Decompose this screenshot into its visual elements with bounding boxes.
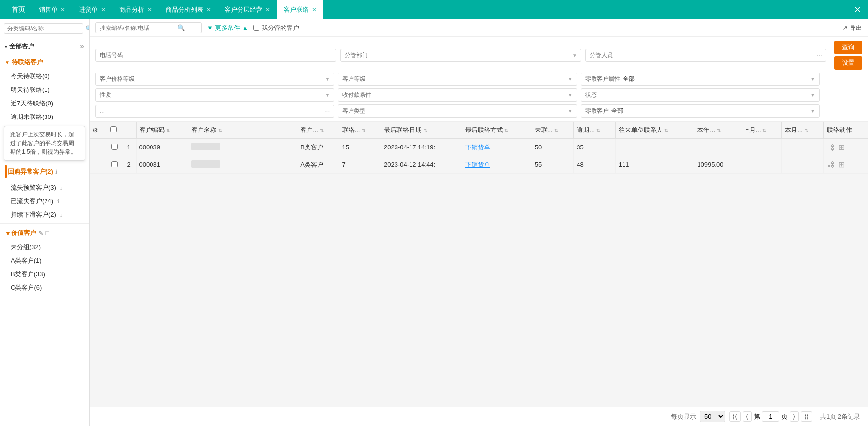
close-segment-tab[interactable]: ✕ (265, 6, 270, 13)
sort-overdue-icon: ⇅ (596, 128, 600, 133)
extra-field[interactable]: ... ··· (95, 105, 334, 118)
sidebar-item-ungrouped[interactable]: 未分组(32) (0, 240, 89, 254)
close-goods-list-tab[interactable]: ✕ (206, 6, 211, 13)
main-search-icon[interactable]: 🔍 (177, 24, 185, 31)
nav-customer-segment[interactable]: 客户分层经营 ✕ (218, 0, 277, 19)
close-purchase-tab[interactable]: ✕ (101, 6, 106, 13)
payment-field[interactable]: 收付款条件 ▼ (338, 88, 577, 102)
row1-num: 1 (122, 139, 136, 156)
row2-link-icon[interactable]: ⛓ (827, 161, 835, 169)
sidebar-search-icon[interactable]: 🔍 (85, 25, 90, 32)
close-goods-analysis-tab[interactable]: ✕ (147, 6, 152, 13)
sidebar-value-group[interactable]: ▼ 价值客户 ✎ □ (0, 226, 89, 240)
gender-label: 性质 (100, 91, 111, 99)
customer-table: ⚙ 客户编码 ⇅ 客户名称 ⇅ (90, 122, 868, 174)
nav-home[interactable]: 首页 (5, 0, 32, 19)
sidebar-item-b-class[interactable]: B类客户(33) (0, 267, 89, 281)
row1-grid-icon[interactable]: ⊞ (838, 143, 845, 152)
phone-field[interactable]: 电话号码 (95, 49, 336, 62)
sidebar-item-lost[interactable]: 已流失客户(24) ℹ (0, 194, 89, 208)
prev-page-btn[interactable]: ⟨ (743, 411, 752, 422)
gender-field[interactable]: 性质 ▼ (95, 88, 334, 102)
dept-field[interactable]: 分管部门 ▼ (340, 49, 581, 62)
row1-last-way-link[interactable]: 下销货单 (465, 144, 490, 151)
sidebar-item-a-class[interactable]: A类客户(1) (0, 254, 89, 267)
sidebar-item-declining[interactable]: 持续下滑客户(2) ℹ (0, 208, 89, 221)
close-sales-tab[interactable]: ✕ (61, 6, 65, 13)
info-icon-repurchase[interactable]: ℹ (55, 169, 57, 175)
customer-level-arrow-icon: ▼ (568, 76, 573, 82)
col-last-way[interactable]: 最后联络方式 ⇅ (462, 122, 532, 139)
row2-select[interactable] (111, 161, 118, 167)
select-all-checkbox[interactable] (110, 126, 117, 132)
nav-sales[interactable]: 销售单 ✕ (32, 0, 72, 19)
retail-attr-field[interactable]: 零散客户属性 全部 ▼ (581, 73, 820, 86)
price-level-field[interactable]: 客户价格等级 ▼ (95, 73, 334, 86)
row2-grid-icon[interactable]: ⊞ (838, 160, 845, 169)
value-group-edit-icon[interactable]: ✎ (38, 230, 43, 236)
col-settings[interactable]: ⚙ (90, 122, 107, 139)
col-unit-contact[interactable]: 往来单位联系人 ⇅ (615, 122, 694, 139)
col-this-month[interactable]: 本月... ⇅ (782, 122, 823, 139)
row1-select[interactable] (111, 144, 118, 150)
next-page-btn[interactable]: ⟩ (790, 411, 799, 422)
col-uncontacted[interactable]: 未联... ⇅ (532, 122, 573, 139)
nav-purchase[interactable]: 进货单 ✕ (72, 0, 112, 19)
row1-last-way[interactable]: 下销货单 (462, 139, 532, 156)
person-field[interactable]: 分管人员 ··· (585, 49, 826, 62)
col-type[interactable]: 客户... ⇅ (297, 122, 339, 139)
more-conditions-btn[interactable]: ▼ 更多条件 ▲ (207, 24, 248, 32)
sidebar-item-churn-warning[interactable]: 流失预警客户(3) ℹ (0, 181, 89, 194)
current-page-input[interactable] (762, 411, 779, 422)
customer-type-field[interactable]: 客户类型 ▼ (338, 104, 577, 118)
col-name[interactable]: 客户名称 ⇅ (188, 122, 297, 139)
col-contact[interactable]: 联络... ⇅ (339, 122, 381, 139)
export-button[interactable]: ↗ 导出 (842, 24, 862, 32)
row1-action-icons: ⛓ ⊞ (827, 143, 865, 152)
last-page-btn[interactable]: ⟩⟩ (801, 411, 812, 422)
extra-ellipsis-icon[interactable]: ··· (324, 107, 330, 115)
close-contact-tab[interactable]: ✕ (312, 6, 317, 13)
col-last-date[interactable]: 最后联络日期 ⇅ (381, 122, 462, 139)
close-all-icon[interactable]: ✕ (854, 4, 861, 15)
value-group-add-icon[interactable]: □ (45, 229, 49, 237)
sidebar-special-item-repurchase[interactable]: 回购异常客户(2) ℹ (0, 162, 89, 181)
first-page-btn[interactable]: ⟨⟨ (729, 411, 741, 422)
query-button[interactable]: 查询 (834, 41, 862, 54)
col-code[interactable]: 客户编码 ⇅ (136, 122, 188, 139)
status-arrow-icon: ▼ (810, 92, 815, 98)
col-action: 联络动作 (823, 122, 868, 139)
sidebar-item-7days[interactable]: 近7天待联络(0) (0, 97, 89, 110)
sort-way-icon: ⇅ (504, 128, 508, 133)
sidebar-item-tomorrow[interactable]: 明天待联络(1) (0, 83, 89, 97)
row1-this-month (782, 139, 823, 156)
nav-goods-analysis[interactable]: 商品分析 ✕ (112, 0, 159, 19)
row2-last-way-link[interactable]: 下销货单 (465, 161, 490, 168)
col-checkbox (107, 122, 122, 139)
retail-value: 全部 (611, 107, 810, 115)
sidebar-item-today[interactable]: 今天待联络(0) (0, 70, 89, 83)
retail-field[interactable]: 零散客户 全部 ▼ (581, 104, 820, 118)
person-ellipsis-icon[interactable]: ··· (816, 51, 822, 59)
my-customers-checkbox[interactable] (253, 25, 259, 31)
row1-link-icon[interactable]: ⛓ (827, 143, 835, 152)
status-field[interactable]: 状态 ▼ (581, 88, 820, 102)
col-this-year[interactable]: 本年... ⇅ (694, 122, 740, 139)
sidebar-group-pending[interactable]: ▼ 待联络客户 (0, 55, 89, 70)
settings-button[interactable]: 设置 (834, 56, 862, 70)
col-overdue[interactable]: 逾期... ⇅ (574, 122, 615, 139)
row2-last-way[interactable]: 下销货单 (462, 156, 532, 174)
sidebar-item-c-class[interactable]: C类客户(6) (0, 281, 89, 294)
sidebar-item-overdue[interactable]: 逾期未联络(30) (0, 110, 89, 124)
row2-type: A类客户 (297, 156, 339, 174)
main-search-input[interactable] (100, 25, 177, 31)
nav-goods-analysis-list[interactable]: 商品分析列表 ✕ (159, 0, 218, 19)
customer-level-field[interactable]: 客户等级 ▼ (338, 73, 577, 86)
sort-lmonth-icon: ⇅ (762, 128, 766, 133)
col-last-month[interactable]: 上月... ⇅ (740, 122, 781, 139)
sidebar-collapse-icon[interactable]: » (80, 42, 84, 51)
per-page-select[interactable]: 50 10 20 100 (700, 411, 725, 422)
sidebar-search-input[interactable] (4, 23, 83, 34)
filter-row-2: 客户价格等级 ▼ 客户等级 ▼ 零散客户属性 全部 ▼ (95, 73, 862, 86)
nav-customer-contact[interactable]: 客户联络 ✕ (277, 0, 323, 19)
